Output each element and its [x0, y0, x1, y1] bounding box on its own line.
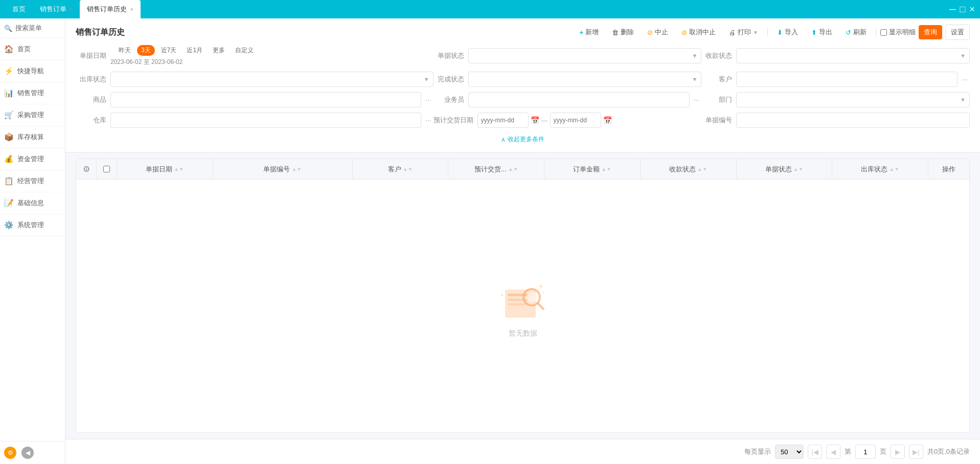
- page-last-button[interactable]: ▶|: [909, 445, 923, 459]
- th-outbound-status-sort: ▲▼: [889, 167, 899, 172]
- display-detail-checkbox[interactable]: [880, 29, 887, 36]
- warehouse-input[interactable]: [110, 113, 421, 128]
- tab-sales-order-history-label: 销售订单历史: [87, 5, 127, 14]
- date-yesterday[interactable]: 昨天: [115, 45, 135, 56]
- print-chevron-icon: ▼: [753, 30, 758, 35]
- goods-ellipsis[interactable]: ···: [423, 96, 434, 104]
- th-delivery-date[interactable]: 预计交货... ▲▼: [448, 159, 544, 179]
- sidebar-item-home[interactable]: 🏠 首页: [0, 38, 65, 60]
- svg-text:✦: ✦: [542, 290, 545, 295]
- stop-label: 中止: [655, 28, 668, 37]
- delete-icon: 🗑: [612, 29, 619, 36]
- outbound-status-select[interactable]: [110, 72, 434, 87]
- customer-input[interactable]: [736, 72, 958, 87]
- sidebar-item-purchase-mgmt[interactable]: 🛒 采购管理: [0, 104, 65, 126]
- import-button[interactable]: ⬇ 导入: [772, 25, 803, 39]
- sidebar-bottom: ⚙ ◀: [0, 441, 65, 464]
- sidebar-item-system[interactable]: ⚙️ 系统管理: [0, 214, 65, 236]
- tab-sales-order-close[interactable]: ×: [70, 6, 73, 12]
- stop-button[interactable]: ⊘ 中止: [642, 25, 673, 39]
- collapse-label: 收起更多条件: [508, 135, 544, 144]
- page-prev-button[interactable]: ◀: [826, 445, 840, 459]
- th-no-label: 单据编号: [263, 165, 290, 174]
- refresh-button[interactable]: ↺ 刷新: [840, 25, 872, 39]
- th-payment-status[interactable]: 收款状态 ▲▼: [641, 159, 737, 179]
- th-date[interactable]: 单据日期 ▲▼: [117, 159, 213, 179]
- page-size-label: 每页显示: [744, 447, 771, 456]
- tab-sales-order-history[interactable]: 销售订单历史 ×: [80, 0, 140, 18]
- completion-status-select[interactable]: [468, 72, 702, 87]
- delivery-date-start[interactable]: [477, 113, 529, 128]
- date-more[interactable]: 更多: [209, 45, 229, 56]
- date-3days[interactable]: 3天: [137, 45, 155, 56]
- th-settings: ⚙: [76, 159, 97, 179]
- collapse-button[interactable]: ∧ 收起更多条件: [501, 135, 544, 144]
- date-range-start: 2023-06-02: [110, 58, 142, 65]
- page-first-button[interactable]: |◀: [808, 445, 822, 459]
- sidebar-item-operations[interactable]: 📋 经营管理: [0, 170, 65, 192]
- sidebar-item-finance[interactable]: 💰 资金管理: [0, 148, 65, 170]
- window-maximize[interactable]: □: [960, 4, 966, 15]
- customer-label: 客户: [701, 75, 732, 84]
- table-select-all[interactable]: [103, 166, 110, 172]
- tab-sales-order-label: 销售订单: [40, 5, 66, 14]
- sidebar-item-sales-mgmt[interactable]: 📊 销售管理: [0, 82, 65, 104]
- sidebar-search[interactable]: 🔍 搜索菜单: [0, 18, 65, 38]
- sales-mgmt-icon: 📊: [4, 89, 13, 98]
- sidebar-item-quick-nav[interactable]: ⚡ 快捷导航: [0, 60, 65, 82]
- customer-control: ···: [736, 72, 970, 87]
- print-button[interactable]: 🖨 打印 ▼: [724, 25, 763, 39]
- svg-line-6: [538, 303, 543, 309]
- goods-input[interactable]: [110, 92, 421, 107]
- sidebar-collapse-icon[interactable]: ◀: [21, 447, 34, 459]
- th-amount[interactable]: 订单金额 ▲▼: [544, 159, 641, 179]
- tab-home[interactable]: 首页: [5, 0, 33, 18]
- th-delivery-date-label: 预计交货...: [474, 165, 507, 174]
- salesperson-input[interactable]: [468, 92, 690, 107]
- filter-department: 部门 ▼: [701, 92, 970, 107]
- sidebar-item-inventory[interactable]: 📦 库存核算: [0, 126, 65, 148]
- table-wrapper: ⚙ 单据日期 ▲▼ 单据编号 ▲▼ 客户 ▲▼: [76, 159, 970, 433]
- delete-button[interactable]: 🗑 删除: [607, 25, 639, 39]
- empty-illustration: ✦ ✦ ✦: [495, 274, 551, 323]
- sidebar-settings-icon[interactable]: ⚙: [4, 447, 16, 459]
- import-icon: ⬇: [777, 29, 783, 36]
- date-1month[interactable]: 近1月: [183, 45, 207, 56]
- page-next-button[interactable]: ▶: [891, 445, 905, 459]
- tab-sales-order[interactable]: 销售订单 ×: [33, 0, 80, 18]
- system-icon: ⚙️: [4, 220, 13, 230]
- tab-home-label: 首页: [12, 5, 26, 14]
- page-size-select[interactable]: 50 10 20 100: [775, 445, 804, 459]
- sidebar-item-basic-info[interactable]: 📝 基础信息: [0, 192, 65, 214]
- th-order-status[interactable]: 单据状态 ▲▼: [737, 159, 833, 179]
- th-no[interactable]: 单据编号 ▲▼: [213, 159, 353, 179]
- filter-order-status: 单据状态 ▼: [434, 48, 702, 63]
- salesperson-control: ···: [468, 92, 702, 107]
- customer-ellipsis[interactable]: ···: [960, 75, 970, 83]
- cancel-stop-button[interactable]: ⊘ 取消中止: [676, 25, 721, 39]
- department-select[interactable]: [736, 92, 970, 107]
- date-custom[interactable]: 自定义: [231, 45, 258, 56]
- delivery-date-end[interactable]: [550, 113, 601, 128]
- main-layout: 🔍 搜索菜单 🏠 首页 ⚡ 快捷导航 📊 销售管理 🛒 采购管理 📦 库存核算 …: [0, 18, 980, 464]
- tab-sales-order-history-close[interactable]: ×: [130, 6, 133, 12]
- th-outbound-status[interactable]: 出库状态 ▲▼: [832, 159, 928, 179]
- settings-button[interactable]: 设置: [945, 25, 970, 40]
- window-minimize[interactable]: ─: [949, 4, 956, 15]
- order-no-input[interactable]: [736, 113, 970, 128]
- table-settings-icon[interactable]: ⚙: [80, 161, 92, 178]
- new-button[interactable]: + 新增: [575, 25, 604, 39]
- th-customer[interactable]: 客户 ▲▼: [353, 159, 449, 179]
- purchase-mgmt-icon: 🛒: [4, 111, 13, 120]
- sidebar-item-finance-label: 资金管理: [17, 154, 44, 164]
- export-button[interactable]: ⬆ 导出: [806, 25, 837, 39]
- window-close[interactable]: ×: [969, 4, 975, 15]
- query-button[interactable]: 查询: [919, 25, 942, 39]
- date-7days[interactable]: 近7天: [157, 45, 181, 56]
- order-status-select[interactable]: [468, 48, 702, 63]
- th-payment-status-sort: ▲▼: [697, 167, 708, 172]
- salesperson-ellipsis[interactable]: ···: [692, 96, 702, 104]
- warehouse-ellipsis[interactable]: ···: [423, 116, 434, 124]
- payment-status-select[interactable]: [736, 48, 970, 63]
- page-number-input[interactable]: [855, 445, 876, 459]
